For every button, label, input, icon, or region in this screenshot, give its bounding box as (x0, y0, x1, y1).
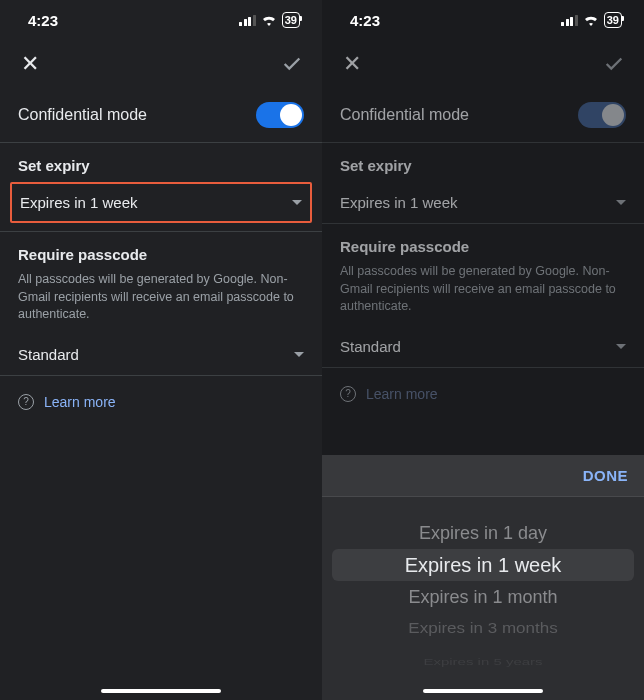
picker-option[interactable]: Expires in 3 months (322, 615, 644, 642)
learn-more-row[interactable]: ? Learn more (322, 368, 644, 420)
set-expiry-title: Set expiry (322, 143, 644, 182)
confidential-mode-toggle[interactable] (256, 102, 304, 128)
wifi-icon (261, 14, 277, 26)
confidential-mode-row: Confidential mode (0, 88, 322, 142)
header-bar: ✕ (322, 40, 644, 88)
battery-indicator: 39 (282, 12, 300, 28)
header-bar: ✕ (0, 40, 322, 88)
close-icon: ✕ (21, 53, 39, 75)
screen-left: 4:23 39 ✕ Confidential mode Set expiry E… (0, 0, 322, 700)
confidential-mode-label: Confidential mode (18, 106, 147, 124)
expiry-dropdown[interactable]: Expires in 1 week (10, 182, 312, 223)
status-bar: 4:23 39 (322, 0, 644, 40)
picker-wheel[interactable]: Expires in 1 day Expires in 1 week Expir… (322, 497, 644, 697)
status-time: 4:23 (350, 12, 380, 29)
close-icon: ✕ (343, 53, 361, 75)
require-passcode-title: Require passcode (0, 232, 322, 271)
chevron-down-icon (616, 344, 626, 349)
passcode-value: Standard (340, 338, 401, 355)
learn-more-link: Learn more (44, 394, 116, 410)
status-indicators: 39 (561, 12, 622, 28)
picker-option[interactable]: Expires in 5 years (322, 651, 644, 670)
cellular-signal-icon (561, 15, 578, 26)
info-icon: ? (340, 386, 356, 402)
expiry-dropdown[interactable]: Expires in 1 week (322, 182, 644, 223)
confirm-button[interactable] (602, 52, 626, 76)
check-icon (603, 53, 625, 75)
screen-right: 4:23 39 ✕ Confidential mode Set expiry E… (322, 0, 644, 700)
done-button[interactable]: DONE (583, 467, 628, 484)
picker-option[interactable]: Expires in 1 day (322, 517, 644, 549)
chevron-down-icon (292, 200, 302, 205)
learn-more-link: Learn more (366, 386, 438, 402)
passcode-dropdown[interactable]: Standard (0, 334, 322, 375)
picker-header: DONE (322, 455, 644, 497)
close-button[interactable]: ✕ (18, 52, 42, 76)
expiry-value: Expires in 1 week (20, 194, 138, 211)
passcode-help-text: All passcodes will be generated by Googl… (322, 263, 644, 326)
confidential-mode-label: Confidential mode (340, 106, 469, 124)
chevron-down-icon (616, 200, 626, 205)
status-bar: 4:23 39 (0, 0, 322, 40)
passcode-dropdown[interactable]: Standard (322, 326, 644, 367)
passcode-value: Standard (18, 346, 79, 363)
confidential-mode-row: Confidential mode (322, 88, 644, 142)
home-indicator[interactable] (101, 689, 221, 693)
learn-more-row[interactable]: ? Learn more (0, 376, 322, 428)
picker-option-selected[interactable]: Expires in 1 week (332, 549, 634, 581)
info-icon: ? (18, 394, 34, 410)
picker-option[interactable]: Expires in 1 month (322, 581, 644, 613)
chevron-down-icon (294, 352, 304, 357)
passcode-help-text: All passcodes will be generated by Googl… (0, 271, 322, 334)
home-indicator[interactable] (423, 689, 543, 693)
battery-indicator: 39 (604, 12, 622, 28)
status-time: 4:23 (28, 12, 58, 29)
expiry-value: Expires in 1 week (340, 194, 458, 211)
picker-sheet: DONE Expires in 1 day Expires in 1 week … (322, 455, 644, 700)
confidential-mode-toggle[interactable] (578, 102, 626, 128)
cellular-signal-icon (239, 15, 256, 26)
close-button[interactable]: ✕ (340, 52, 364, 76)
wifi-icon (583, 14, 599, 26)
confirm-button[interactable] (280, 52, 304, 76)
set-expiry-title: Set expiry (0, 143, 322, 182)
status-indicators: 39 (239, 12, 300, 28)
require-passcode-title: Require passcode (322, 224, 644, 263)
check-icon (281, 53, 303, 75)
